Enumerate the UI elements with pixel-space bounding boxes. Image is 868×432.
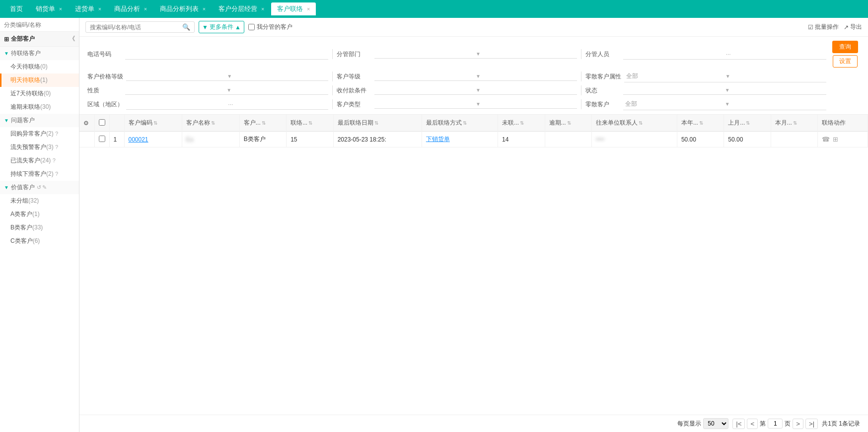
cell-index: 1: [109, 132, 124, 147]
col-contact-person[interactable]: 往来单位联系人⇅: [592, 115, 677, 132]
filter-field-customer-type: 客户类型 ▼: [337, 100, 578, 109]
chevron-down-icon: ▼: [476, 87, 575, 93]
zero-customer-select[interactable]: 全部 ▼: [623, 98, 826, 110]
phone-input[interactable]: [125, 49, 328, 60]
status-select[interactable]: ▼: [623, 86, 826, 95]
filter-actions: 查询 设置: [830, 41, 860, 68]
col-overdue[interactable]: 逾期...⇅: [545, 115, 591, 132]
sidebar-item-today-contact[interactable]: 今天待联络(0): [0, 60, 79, 73]
export-button[interactable]: ↗ 导出: [844, 23, 862, 31]
next-page-button[interactable]: >: [793, 419, 803, 429]
query-button[interactable]: 查询: [832, 41, 858, 53]
sort-icon: ⇅: [520, 120, 524, 126]
prev-page-button[interactable]: <: [747, 419, 758, 429]
col-type[interactable]: 客户...⇅: [239, 115, 286, 132]
nav-tab-sales[interactable]: 销货单 ×: [30, 2, 68, 15]
region-label: 区域（地区）: [87, 100, 123, 109]
close-icon[interactable]: ×: [144, 6, 147, 12]
page-number-input[interactable]: [768, 419, 783, 429]
close-icon[interactable]: ×: [261, 6, 264, 12]
group-value-customers[interactable]: ▼ 价值客户 ↺ ✎: [0, 181, 79, 194]
my-customer-checkbox-wrap: 我分管的客户: [248, 23, 292, 31]
first-page-button[interactable]: |<: [732, 419, 745, 429]
filter-field-nature: 性质 ▼: [87, 86, 328, 95]
sidebar-item-churned[interactable]: 已流失客户(24) ?: [0, 154, 79, 167]
sidebar-item-7day-contact[interactable]: 近7天待联络(0): [0, 87, 79, 100]
col-this-month[interactable]: 本月...⇅: [771, 115, 817, 132]
col-last-contact-way[interactable]: 最后联络方式⇅: [422, 115, 498, 132]
filter-field-dept: 分管部门 ▼: [337, 50, 578, 59]
manager-select[interactable]: ···: [623, 49, 826, 60]
phone-action-icon[interactable]: ☎: [822, 136, 830, 143]
table-header-row: ⚙ 客户编码⇅ 客户名称⇅ 客户...⇅: [79, 115, 868, 132]
close-icon[interactable]: ×: [59, 6, 62, 12]
triangle-icon: ▼: [4, 185, 9, 190]
collapse-icon[interactable]: 《: [69, 35, 75, 43]
cell-last-contact-way[interactable]: 下销货单: [422, 132, 498, 147]
col-name[interactable]: 客户名称⇅: [182, 115, 239, 132]
customer-level-label: 客户等级: [337, 72, 371, 81]
settings-icon[interactable]: ⚙: [83, 120, 89, 127]
row-checkbox[interactable]: [99, 136, 105, 142]
dept-select[interactable]: ▼: [374, 50, 578, 59]
batch-op-button[interactable]: ☑ 批量操作: [808, 23, 839, 31]
zero-attr-select[interactable]: 全部 ▼: [624, 71, 826, 82]
col-last-month[interactable]: 上月...⇅: [724, 115, 771, 132]
sort-icon: ⇅: [308, 120, 312, 126]
cell-overdue: [545, 132, 591, 147]
cell-name[interactable]: Ea: [182, 132, 239, 147]
dept-label: 分管部门: [337, 50, 371, 59]
col-no-contact[interactable]: 未联...⇅: [498, 115, 545, 132]
search-input[interactable]: [90, 24, 182, 31]
sidebar-item-ungrouped[interactable]: 未分组(32): [0, 194, 79, 208]
all-customers-header[interactable]: ⊞ 全部客户 《: [0, 32, 79, 47]
setting-button[interactable]: 设置: [833, 55, 858, 68]
col-settings[interactable]: ⚙: [79, 115, 94, 132]
separator: [332, 49, 333, 59]
sidebar-item-a-customers[interactable]: A类客户(1): [0, 208, 79, 221]
group-problem-customers[interactable]: ▼ 问题客户: [0, 114, 79, 127]
customer-level-select[interactable]: ▼: [374, 72, 578, 81]
cell-this-month: [771, 132, 817, 147]
nav-tab-purchase[interactable]: 进货单 ×: [69, 2, 107, 15]
more-filter-button[interactable]: ▼ 更多条件 ▲: [199, 21, 244, 33]
col-last-contact-date[interactable]: 最后联络日期⇅: [333, 115, 422, 132]
my-customer-checkbox[interactable]: [248, 24, 255, 30]
grid-action-icon[interactable]: ⊞: [833, 136, 838, 143]
sidebar-item-declining[interactable]: 持续下滑客户(2) ?: [0, 167, 79, 181]
col-checkbox[interactable]: [94, 115, 109, 132]
payment-select[interactable]: ▼: [374, 86, 578, 95]
nav-tab-customer-contact[interactable]: 客户联络 ×: [271, 2, 316, 15]
close-icon[interactable]: ×: [307, 6, 310, 12]
last-page-button[interactable]: >|: [805, 419, 818, 429]
customer-type-select[interactable]: ▼: [374, 100, 578, 109]
close-icon[interactable]: ×: [98, 6, 101, 12]
sidebar-item-repurchase-abnormal[interactable]: 回购异常客户(2) ?: [0, 127, 79, 141]
cell-code[interactable]: 000021: [124, 132, 182, 147]
sidebar-item-tomorrow-contact[interactable]: 明天待联络(1): [0, 73, 79, 87]
sidebar-item-b-customers[interactable]: B类客户(33): [0, 221, 79, 234]
nav-tab-product-analysis-list[interactable]: 商品分析列表 ×: [154, 2, 212, 15]
filter-field-payment: 收付款条件 ▼: [337, 86, 578, 95]
nature-select[interactable]: ▼: [125, 86, 328, 95]
search-icon[interactable]: 🔍: [182, 23, 190, 31]
price-level-select[interactable]: ▼: [126, 72, 328, 81]
filter-panel: 电话号码 分管部门 ▼ 分管人员 ···: [79, 37, 868, 115]
nav-home[interactable]: 首页: [4, 2, 29, 15]
col-this-year[interactable]: 本年...⇅: [677, 115, 723, 132]
sidebar-search-input[interactable]: [4, 21, 78, 28]
sidebar-item-overdue-contact[interactable]: 逾期未联络(30): [0, 100, 79, 114]
cell-checkbox[interactable]: [94, 132, 109, 147]
sidebar-item-churn-warning[interactable]: 流失预警客户(3) ?: [0, 141, 79, 154]
sidebar-item-c-customers[interactable]: C类客户(6): [0, 234, 79, 248]
search-input-wrap: 🔍: [85, 21, 195, 33]
col-code[interactable]: 客户编码⇅: [124, 115, 182, 132]
region-select[interactable]: ···: [126, 99, 328, 110]
nav-tab-product-analysis[interactable]: 商品分析 ×: [108, 2, 153, 15]
close-icon[interactable]: ×: [203, 6, 206, 12]
col-contacts[interactable]: 联络...⇅: [287, 115, 333, 132]
nav-tab-customer-stratify[interactable]: 客户分层经营 ×: [213, 2, 270, 15]
per-page-select[interactable]: 50 20 100: [703, 418, 728, 429]
group-pending-contact[interactable]: ▼ 待联络客户: [0, 47, 79, 60]
select-all-checkbox[interactable]: [99, 119, 105, 126]
